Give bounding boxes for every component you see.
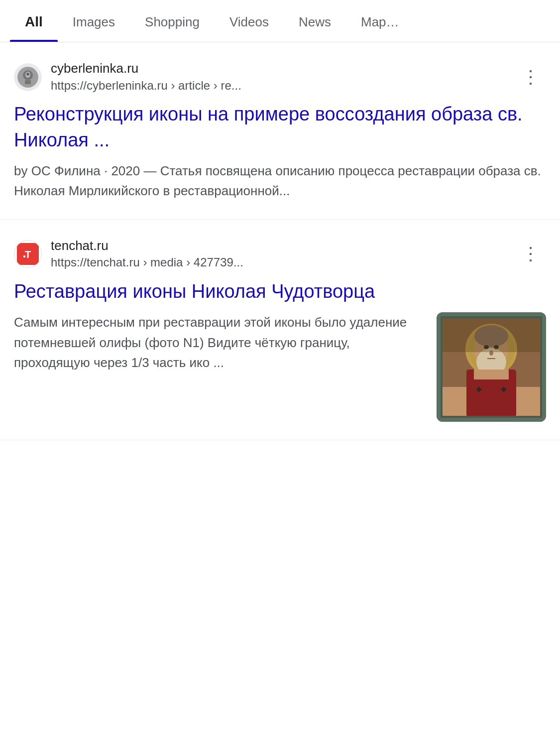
- tab-videos[interactable]: Videos: [215, 0, 284, 42]
- svg-point-2: [26, 73, 29, 76]
- result-item: cyberleninka.ru https://cyberleninka.ru …: [0, 42, 560, 220]
- result-source: T tenchat.ru https://tenchat.ru › media …: [14, 238, 546, 271]
- tab-news[interactable]: News: [284, 0, 346, 42]
- search-results: cyberleninka.ru https://cyberleninka.ru …: [0, 42, 560, 440]
- result-item: T tenchat.ru https://tenchat.ru › media …: [0, 220, 560, 441]
- result-snippet: by ОС Филина · 2020 — Статья посвящена о…: [14, 161, 546, 201]
- cyberleninka-logo-icon: [20, 69, 36, 85]
- svg-rect-20: [474, 370, 509, 379]
- svg-text:T: T: [25, 249, 31, 260]
- source-name: cyberleninka.ru: [51, 60, 241, 77]
- tenchat-logo-icon: T: [19, 246, 36, 262]
- tab-images[interactable]: Images: [58, 0, 130, 42]
- more-options-button[interactable]: ⋮: [516, 241, 546, 267]
- svg-rect-25: [442, 317, 541, 352]
- source-name: tenchat.ru: [51, 238, 243, 254]
- more-options-button[interactable]: ⋮: [516, 64, 546, 90]
- svg-rect-3: [25, 80, 31, 84]
- source-url: https://tenchat.ru › media › 427739...: [51, 254, 243, 271]
- icon-painting-image: [437, 312, 546, 422]
- tab-maps[interactable]: Map…: [346, 0, 414, 42]
- favicon: [14, 63, 42, 91]
- favicon: T: [14, 240, 42, 268]
- tab-all[interactable]: All: [10, 0, 58, 42]
- result-snippet: Самым интересным при реставрации этой ик…: [14, 312, 425, 373]
- result-title-link[interactable]: Реконструкция иконы на примере воссоздан…: [14, 102, 546, 153]
- search-tabs: All Images Shopping Videos News Map…: [0, 0, 560, 42]
- tab-shopping[interactable]: Shopping: [130, 0, 215, 42]
- result-thumbnail: [437, 312, 546, 422]
- svg-rect-6: [23, 255, 25, 257]
- result-source: cyberleninka.ru https://cyberleninka.ru …: [14, 60, 546, 94]
- source-url: https://cyberleninka.ru › article › re..…: [51, 77, 241, 94]
- result-title-link[interactable]: Реставрация иконы Николая Чудотворца: [14, 279, 546, 304]
